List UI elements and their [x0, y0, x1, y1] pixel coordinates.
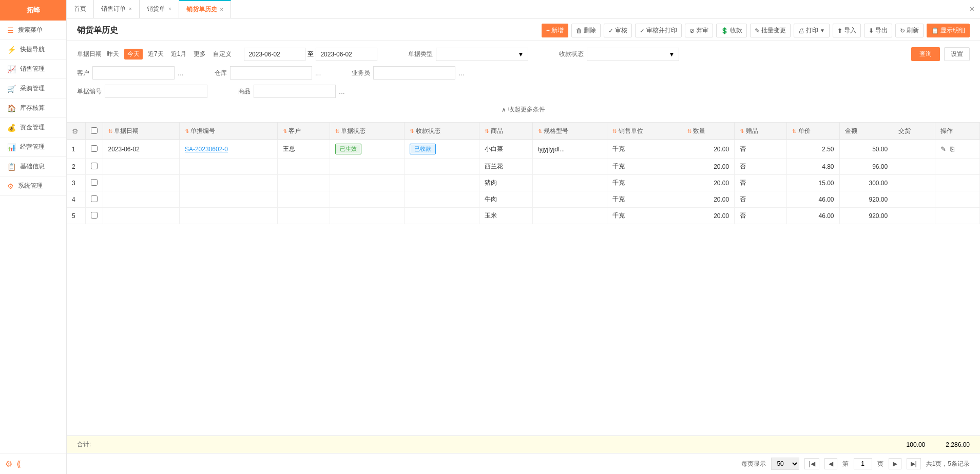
cell-checkbox[interactable] [85, 191, 103, 208]
cell-checkbox[interactable] [85, 175, 103, 191]
import-button[interactable]: ⬆ 导入 [833, 24, 861, 37]
col-unit[interactable]: ⇅ 销售单位 [607, 123, 682, 140]
copy-action-icon[interactable]: ⎘ [950, 145, 954, 153]
shortcut-1month[interactable]: 近1月 [169, 49, 189, 60]
sidebar-item-label: 基础信息 [20, 162, 45, 171]
col-date[interactable]: ⇅ 单据日期 [103, 123, 179, 140]
export-button[interactable]: ⬇ 导出 [864, 24, 892, 37]
shortcut-today[interactable]: 今天 [124, 49, 143, 60]
warehouse-dots[interactable]: ... [315, 69, 321, 77]
sidebar-settings-icon[interactable]: ⚙ [5, 459, 12, 469]
sidebar-item-search-menu[interactable]: ☰ 搜索菜单 [0, 21, 66, 40]
page-prev-button[interactable]: ◀ [824, 458, 837, 469]
setting-button[interactable]: 设置 [944, 47, 970, 61]
date-from-input[interactable] [244, 48, 305, 61]
per-page-select[interactable]: 50 100 [771, 458, 799, 470]
tab-sales-order[interactable]: 销售订单 × [94, 0, 140, 18]
goods-dots[interactable]: ... [339, 87, 345, 95]
col-gift[interactable]: ⇅ 赠品 [735, 123, 787, 140]
cell-action [935, 191, 979, 208]
filter-item-goods: 商品 ... [238, 85, 345, 98]
col-spec[interactable]: ⇅ 规格型号 [532, 123, 607, 140]
salesman-input[interactable] [373, 66, 455, 80]
col-goods[interactable]: ⇅ 商品 [479, 123, 532, 140]
customer-dots[interactable]: ... [178, 69, 184, 77]
select-all-checkbox[interactable] [91, 127, 98, 134]
sidebar-logo: 拓蜂 [0, 0, 66, 21]
abandon-button[interactable]: ⊘ 弃审 [685, 24, 713, 37]
col-collect-status[interactable]: ⇅ 收款状态 [405, 123, 479, 140]
print-button[interactable]: 🖨 打印 ▼ [794, 24, 830, 37]
goods-input[interactable] [254, 85, 336, 98]
page-label: 第 [842, 460, 849, 468]
page-first-button[interactable]: |◀ [804, 458, 819, 469]
tab-close-sales-history[interactable]: × [220, 7, 223, 12]
tab-sales-delivery[interactable]: 销货单 × [140, 0, 179, 18]
cell-spec [532, 175, 607, 191]
page-next-button[interactable]: ▶ [889, 458, 901, 469]
sidebar-item-sys-mgmt[interactable]: ⚙ 系统管理 [0, 176, 66, 196]
edit-action-icon[interactable]: ✎ [940, 145, 946, 153]
col-price[interactable]: ⇅ 单价 [787, 123, 839, 140]
type-select[interactable]: ▼ [436, 48, 528, 61]
customer-input[interactable] [92, 66, 175, 80]
audit-button[interactable]: ✓ 审核 [604, 24, 632, 37]
shortcut-7days[interactable]: 近7天 [146, 49, 166, 60]
doc-no-link[interactable]: SA-20230602-0 [185, 146, 228, 153]
sidebar-item-purchase-mgmt[interactable]: 🛒 采购管理 [0, 79, 66, 98]
col-qty[interactable]: ⇅ 数量 [682, 123, 734, 140]
filter-item-type: 单据类型 ▼ [408, 48, 528, 61]
cell-spec: tyjyjtyjdf... [532, 140, 607, 159]
cell-checkbox[interactable] [85, 159, 103, 175]
shortcut-custom[interactable]: 自定义 [211, 49, 234, 60]
audit-print-button[interactable]: ✓ 审核并打印 [635, 24, 682, 37]
tab-home[interactable]: 首页 [67, 0, 94, 18]
table-settings-icon[interactable]: ⚙ [72, 127, 79, 135]
col-customer[interactable]: ⇅ 客户 [277, 123, 330, 140]
page-number-input[interactable] [854, 458, 872, 469]
sidebar-item-operations[interactable]: 📊 经营管理 [0, 137, 66, 157]
tab-sales-history[interactable]: 销货单历史 × [179, 0, 231, 18]
collapse-filter-button[interactable]: ∧ 收起更多条件 [77, 103, 970, 116]
toolbar: + 新增 🗑 删除 ✓ 审核 ✓ 审核并打印 ⊘ 弃审 [542, 24, 970, 37]
page-last-button[interactable]: ▶| [907, 458, 921, 469]
batch-change-button[interactable]: ✎ 批量变更 [750, 24, 791, 37]
goods-label: 商品 [238, 87, 251, 96]
cell-checkbox[interactable] [85, 208, 103, 224]
cell-doc-status [330, 208, 405, 224]
cell-docno [179, 208, 277, 224]
cell-deal [893, 159, 935, 175]
shortcut-yesterday[interactable]: 昨天 [105, 49, 121, 60]
sidebar-collapse-icon[interactable]: ⟪ [16, 459, 21, 469]
cell-gift: 否 [735, 140, 787, 159]
warehouse-input[interactable] [230, 66, 312, 80]
sidebar-item-sales-mgmt[interactable]: 📈 销售管理 [0, 60, 66, 79]
new-button[interactable]: + 新增 [542, 24, 568, 37]
sidebar-item-inventory[interactable]: 🏠 库存核算 [0, 98, 66, 118]
date-to-input[interactable] [316, 48, 377, 61]
cell-qty: 20.00 [682, 208, 734, 224]
cell-checkbox[interactable] [85, 140, 103, 159]
tab-close-sales-delivery[interactable]: × [168, 6, 171, 12]
sidebar-item-quick-nav[interactable]: ⚡ 快捷导航 [0, 40, 66, 60]
operations-icon: 📊 [7, 143, 16, 151]
sidebar-item-base-info[interactable]: 📋 基础信息 [0, 157, 66, 176]
collect-button[interactable]: 💲 收款 [716, 24, 747, 37]
col-settings[interactable]: ⚙ [67, 123, 85, 140]
show-detail-button[interactable]: 📋 显示明细 [927, 24, 970, 37]
salesman-dots[interactable]: ... [458, 69, 465, 77]
close-all-tabs-icon[interactable]: ✕ [969, 5, 975, 13]
filter-item-salesman: 业务员 ... [352, 66, 465, 80]
docno-input[interactable] [105, 85, 207, 98]
sidebar-item-finance[interactable]: 💰 资金管理 [0, 118, 66, 137]
col-docno[interactable]: ⇅ 单据编号 [179, 123, 277, 140]
tab-close-sales-order[interactable]: × [129, 6, 132, 12]
query-button[interactable]: 查询 [911, 47, 940, 61]
refresh-button[interactable]: ↻ 刷新 [895, 24, 924, 37]
col-doc-status[interactable]: ⇅ 单据状态 [330, 123, 405, 140]
shortcut-more[interactable]: 更多 [191, 49, 208, 60]
collect-status-select[interactable]: ▼ [587, 48, 679, 61]
tab-bar-right: ✕ [969, 5, 980, 13]
delete-button[interactable]: 🗑 删除 [571, 24, 601, 37]
sys-mgmt-icon: ⚙ [7, 182, 14, 190]
